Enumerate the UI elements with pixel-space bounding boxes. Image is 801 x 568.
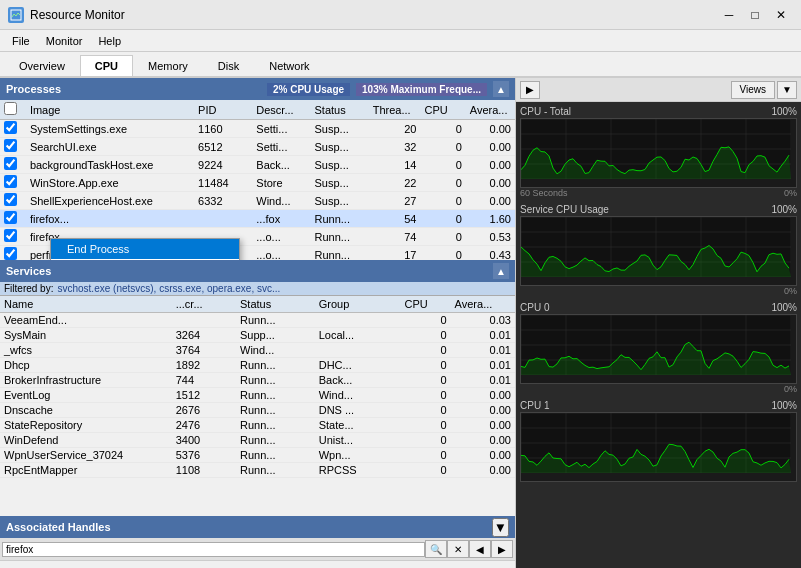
process-checkbox[interactable] — [4, 229, 17, 242]
service-row[interactable]: RpcEntMapper 1108 Runn... RPCSS 0 0.00 — [0, 463, 515, 478]
col-desc[interactable]: Descr... — [252, 100, 310, 120]
col-cpu[interactable]: CPU — [420, 100, 465, 120]
service-row[interactable]: SysMain 3264 Supp... Local... 0 0.01 — [0, 328, 515, 343]
graphs-container: CPU - Total 100% 60 Seconds 0% Service C… — [516, 102, 801, 568]
process-checkbox[interactable] — [4, 175, 17, 188]
col-threads[interactable]: Threa... — [369, 100, 421, 120]
process-checkbox[interactable] — [4, 121, 17, 134]
svc-avg: 0.01 — [451, 358, 515, 373]
graph-label-2: CPU 0 100% — [520, 302, 797, 313]
col-image[interactable]: Image — [26, 100, 194, 120]
service-row[interactable]: VeeamEnd... Runn... 0 0.03 — [0, 313, 515, 328]
process-checkbox[interactable] — [4, 247, 17, 260]
tab-disk[interactable]: Disk — [203, 55, 254, 76]
svc-col-name[interactable]: Name — [0, 296, 172, 313]
handles-search-input[interactable] — [2, 542, 425, 557]
process-threads: 74 — [369, 228, 421, 246]
process-checkbox[interactable] — [4, 139, 17, 152]
service-row[interactable]: Dnscache 2676 Runn... DNS ... 0 0.00 — [0, 403, 515, 418]
context-end-process[interactable]: End Process — [51, 239, 239, 259]
col-check[interactable] — [0, 100, 26, 120]
graph-area-1 — [520, 216, 797, 286]
svc-pid: 5376 — [172, 448, 236, 463]
tab-memory[interactable]: Memory — [133, 55, 203, 76]
service-row[interactable]: _wfcs 3764 Wind... 0 0.01 — [0, 343, 515, 358]
svc-group — [315, 313, 401, 328]
svc-cpu: 0 — [401, 463, 451, 478]
service-row[interactable]: EventLog 1512 Runn... Wind... 0 0.00 — [0, 388, 515, 403]
svc-col-avg[interactable]: Avera... — [451, 296, 515, 313]
tab-cpu[interactable]: CPU — [80, 55, 133, 76]
handles-search-button[interactable]: 🔍 — [425, 540, 447, 558]
process-row[interactable]: backgroundTaskHost.exe 9224 Back... Susp… — [0, 156, 515, 174]
tab-overview[interactable]: Overview — [4, 55, 80, 76]
svc-pid: 3264 — [172, 328, 236, 343]
minimize-button[interactable]: ─ — [717, 3, 741, 27]
process-row[interactable]: SearchUI.exe 6512 Setti... Susp... 32 0 … — [0, 138, 515, 156]
menu-monitor[interactable]: Monitor — [38, 33, 91, 49]
handles-next-button[interactable]: ▶ — [491, 540, 513, 558]
svc-pid: 2676 — [172, 403, 236, 418]
context-end-process-tree[interactable]: End Process Tree — [51, 259, 239, 260]
services-filter-bar: Filtered by: svchost.exe (netsvcs), csrs… — [0, 282, 515, 296]
cpu-usage-badge: 2% CPU Usage — [267, 83, 350, 96]
svc-pid: 1108 — [172, 463, 236, 478]
handles-clear-button[interactable]: ✕ — [447, 540, 469, 558]
svc-avg: 0.00 — [451, 403, 515, 418]
svc-col-pid[interactable]: ...cr... — [172, 296, 236, 313]
col-status[interactable]: Status — [311, 100, 369, 120]
process-row[interactable]: WinStore.App.exe 11484 Store Susp... 22 … — [0, 174, 515, 192]
process-avg: 0.00 — [466, 174, 515, 192]
process-avg: 1.60 — [466, 210, 515, 228]
svc-cpu: 0 — [401, 313, 451, 328]
handles-collapse-button[interactable]: ▼ — [492, 518, 509, 537]
graph-nav-button[interactable]: ▶ — [520, 81, 540, 99]
maximize-button[interactable]: □ — [743, 3, 767, 27]
services-section: Services ▲ Filtered by: svchost.exe (net… — [0, 260, 515, 516]
service-row[interactable]: WinDefend 3400 Runn... Unist... 0 0.00 — [0, 433, 515, 448]
process-checkbox[interactable] — [4, 211, 17, 224]
svc-avg: 0.01 — [451, 343, 515, 358]
col-avg[interactable]: Avera... — [466, 100, 515, 120]
menu-help[interactable]: Help — [90, 33, 129, 49]
process-avg: 0.00 — [466, 156, 515, 174]
col-pid[interactable]: PID — [194, 100, 252, 120]
handles-prev-button[interactable]: ◀ — [469, 540, 491, 558]
service-row[interactable]: WpnUserService_37024 5376 Runn... Wpn...… — [0, 448, 515, 463]
select-all-checkbox[interactable] — [4, 102, 17, 115]
views-dropdown-button[interactable]: ▼ — [777, 81, 797, 99]
tab-network[interactable]: Network — [254, 55, 324, 76]
process-status: Runn... — [311, 246, 369, 261]
process-checkbox[interactable] — [4, 193, 17, 206]
process-row[interactable]: ShellExperienceHost.exe 6332 Wind... Sus… — [0, 192, 515, 210]
service-row[interactable]: StateRepository 2476 Runn... State... 0 … — [0, 418, 515, 433]
service-row[interactable]: BrokerInfrastructure 744 Runn... Back...… — [0, 373, 515, 388]
processes-table: Image PID Descr... Status Threa... CPU A… — [0, 100, 515, 260]
process-row[interactable]: SystemSettings.exe 1160 Setti... Susp...… — [0, 120, 515, 138]
close-button[interactable]: ✕ — [769, 3, 793, 27]
svc-group: Local... — [315, 328, 401, 343]
svc-avg: 0.03 — [451, 313, 515, 328]
graph-bottom-1: 0% — [520, 286, 797, 296]
svc-group: Back... — [315, 373, 401, 388]
process-cpu: 0 — [420, 192, 465, 210]
svc-name: Dnscache — [0, 403, 172, 418]
views-button[interactable]: Views — [731, 81, 776, 99]
svc-col-status[interactable]: Status — [236, 296, 315, 313]
svc-name: VeeamEnd... — [0, 313, 172, 328]
process-checkbox[interactable] — [4, 157, 17, 170]
process-threads: 27 — [369, 192, 421, 210]
graph-bottom-0: 60 Seconds 0% — [520, 188, 797, 198]
process-pid — [194, 210, 252, 228]
svc-col-group[interactable]: Group — [315, 296, 401, 313]
graph-block-0: CPU - Total 100% 60 Seconds 0% — [520, 106, 797, 202]
process-cpu: 0 — [420, 120, 465, 138]
svc-col-cpu[interactable]: CPU — [401, 296, 451, 313]
process-row[interactable]: firefox... ...fox Runn... 54 0 1.60 — [0, 210, 515, 228]
menu-file[interactable]: File — [4, 33, 38, 49]
processes-collapse-button[interactable]: ▲ — [493, 81, 509, 97]
services-collapse-button[interactable]: ▲ — [493, 263, 509, 279]
service-row[interactable]: Dhcp 1892 Runn... DHC... 0 0.01 — [0, 358, 515, 373]
svc-group: Wind... — [315, 388, 401, 403]
processes-section: Processes 2% CPU Usage 103% Maximum Freq… — [0, 78, 515, 260]
